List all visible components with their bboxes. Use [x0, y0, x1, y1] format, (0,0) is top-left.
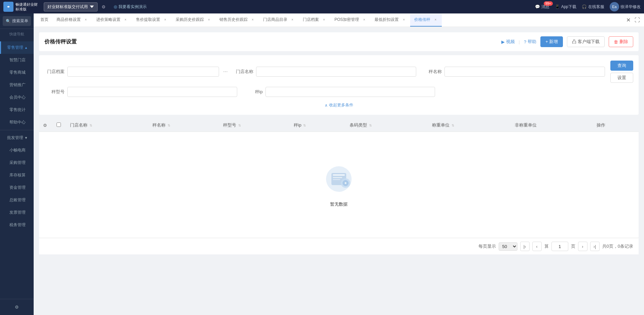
th-store-name: 门店名称 ⇅	[66, 119, 148, 132]
sidebar-item-marketing[interactable]: 营销推广	[0, 79, 34, 91]
next-page-button[interactable]: ›	[578, 242, 587, 251]
tab-sale-price-label: 售价提取设置	[136, 17, 160, 23]
version-label: 好业财标准版交付试用	[47, 4, 88, 10]
search-menu-label: 搜索菜单	[12, 18, 28, 24]
sidebar-item-invoice[interactable]: 发票管理	[0, 206, 34, 219]
search-menu-button[interactable]: 🔍 搜索菜单	[3, 16, 31, 26]
sidebar-item-retail-mall[interactable]: 零售商城	[0, 66, 34, 79]
store-archive-input[interactable]	[67, 67, 219, 77]
sidebar-item-wholesale[interactable]: 批发管理 ▼	[0, 132, 34, 144]
page-label: 算	[544, 243, 549, 249]
sort-icon-6[interactable]: ⇅	[452, 124, 454, 127]
tab-purchase-history-close[interactable]: ×	[207, 18, 211, 22]
page-number-input[interactable]	[551, 242, 568, 251]
sort-icon-4[interactable]: ⇅	[303, 124, 306, 127]
tab-store-catalog[interactable]: 门店商品目录 ×	[259, 14, 299, 27]
tab-sales-history-close[interactable]: ×	[250, 18, 255, 22]
retail-mall-label: 零售商城	[9, 70, 26, 75]
sidebar-item-help[interactable]: 帮助中心	[0, 116, 34, 129]
sidebar-gear-btn[interactable]: ⚙	[3, 302, 31, 312]
message-icon: 💬	[535, 4, 540, 9]
main-area: 🔍 搜索菜单 快捷导航 零售管理 ▲ 智慧门店 零售商城 营销推广	[0, 13, 644, 315]
video-icon: ▶	[501, 39, 505, 44]
app-download-action[interactable]: 📱 App下载	[555, 4, 576, 10]
dots-icon[interactable]: ···	[223, 69, 227, 75]
tab-pos-encrypt-close[interactable]: ×	[362, 18, 366, 22]
tab-purchase-strategy[interactable]: 进价策略设置 ×	[92, 14, 132, 27]
tab-pos-encrypt[interactable]: POS加密管理 ×	[330, 14, 370, 27]
tab-sale-price-close[interactable]: ×	[163, 18, 168, 22]
tab-min-discount-close[interactable]: ×	[401, 18, 406, 22]
online-service-action[interactable]: 🎧 在线客服	[582, 4, 604, 10]
user-menu[interactable]: Ea 徐泽华修改	[610, 2, 641, 11]
tab-price-scale[interactable]: 价格传秤 ×	[410, 14, 442, 27]
tab-store-catalog-close[interactable]: ×	[290, 18, 295, 22]
settings-icon[interactable]: ⚙	[102, 4, 106, 9]
page-size-select[interactable]: 50 10 20 100	[499, 242, 517, 251]
sidebar-item-inventory[interactable]: 库存核算	[0, 169, 34, 181]
pagination: 每页显示 50 10 20 100 |‹ ‹ 算 页	[39, 238, 639, 254]
messages-action[interactable]: 💬 消息 99+	[535, 4, 549, 10]
store-name-item: 门店名称	[233, 67, 417, 77]
tab-sale-price[interactable]: 售价提取设置 ×	[132, 14, 172, 27]
wholesale-label: 批发管理	[7, 135, 23, 141]
th-settings: ⚙	[39, 119, 52, 132]
scale-name-item: 秤名称	[422, 67, 605, 77]
first-page-icon: |‹	[524, 244, 526, 249]
select-all-checkbox[interactable]	[57, 123, 61, 127]
sidebar-item-retail-mgmt[interactable]: 零售管理 ▲	[0, 41, 34, 54]
sidebar-item-general-ledger[interactable]: 总账管理	[0, 194, 34, 206]
sort-icon[interactable]: ⇅	[90, 124, 92, 127]
first-page-button[interactable]: |‹	[520, 242, 530, 251]
sidebar-item-retail-stats[interactable]: 零售统计	[0, 104, 34, 116]
sidebar-item-tax[interactable]: 税务管理	[0, 219, 34, 231]
th-weight-unit: 称重单位 ⇅	[428, 119, 510, 132]
th-barcode-type-label: 条码类型	[350, 123, 367, 128]
tab-purchase-strategy-label: 进价策略设置	[96, 17, 120, 23]
collapse-button[interactable]: ∧ 收起更多条件	[44, 101, 633, 109]
tab-purchase-history[interactable]: 采购历史价跟踪 ×	[172, 14, 215, 27]
tab-commodity-pricing[interactable]: 商品价格设置 ×	[52, 14, 92, 27]
delete-button[interactable]: 🗑 删除	[609, 36, 633, 47]
th-barcode-type: 条码类型 ⇅	[346, 119, 428, 132]
empty-svg	[322, 162, 356, 196]
tab-sales-history[interactable]: 销售历史价跟踪 ×	[215, 14, 259, 27]
scale-model-input[interactable]	[67, 87, 237, 97]
tab-home[interactable]: 首页	[36, 14, 52, 27]
settings-submit-button[interactable]: 设置	[610, 73, 633, 83]
version-selector[interactable]: 好业财标准版交付试用	[44, 2, 98, 11]
tab-close-all-btn[interactable]: ✕	[625, 15, 632, 25]
sidebar-search: 🔍 搜索菜单	[0, 13, 34, 29]
scale-ip-input[interactable]	[265, 87, 435, 97]
last-page-button[interactable]: ›|	[590, 242, 600, 251]
tab-store-archive-close[interactable]: ×	[322, 18, 326, 22]
tab-expand-btn[interactable]: ⛶	[633, 16, 641, 25]
sidebar-divider	[0, 130, 34, 130]
prev-page-button[interactable]: ‹	[532, 242, 542, 251]
store-name-input[interactable]	[256, 67, 417, 77]
sidebar-item-ecommerce[interactable]: 小畅电商	[0, 144, 34, 156]
tab-price-scale-close[interactable]: ×	[433, 18, 438, 22]
sort-icon-5[interactable]: ⇅	[369, 124, 372, 127]
sort-icon-3[interactable]: ⇅	[238, 124, 241, 127]
column-settings-icon[interactable]: ⚙	[43, 123, 47, 128]
online-service-label: 在线客服	[588, 4, 604, 10]
sort-icon-2[interactable]: ⇅	[168, 124, 170, 127]
sidebar-item-smart-store[interactable]: 智慧门店	[0, 54, 34, 66]
next-page-icon: ›	[582, 244, 583, 249]
download-client-button[interactable]: 凸 客户端下载	[567, 36, 605, 47]
video-link[interactable]: ▶ 视频	[501, 39, 515, 45]
th-operation-label: 操作	[597, 123, 605, 128]
scale-name-input[interactable]	[444, 67, 605, 77]
query-button[interactable]: 查询	[610, 61, 633, 71]
demo-link[interactable]: ◎ 我要看实例演示	[114, 4, 147, 10]
sidebar-item-member[interactable]: 会员中心	[0, 91, 34, 104]
help-link[interactable]: ? 帮助	[524, 39, 536, 45]
add-button[interactable]: + 新增	[540, 36, 563, 47]
sidebar-item-finance[interactable]: 资金管理	[0, 181, 34, 194]
tab-commodity-pricing-close[interactable]: ×	[83, 18, 88, 22]
sidebar-item-purchase[interactable]: 采购管理	[0, 156, 34, 169]
tab-purchase-strategy-close[interactable]: ×	[123, 18, 128, 22]
tab-store-archive[interactable]: 门店档案 ×	[299, 14, 330, 27]
tab-min-discount[interactable]: 最低折扣设置 ×	[370, 14, 410, 27]
